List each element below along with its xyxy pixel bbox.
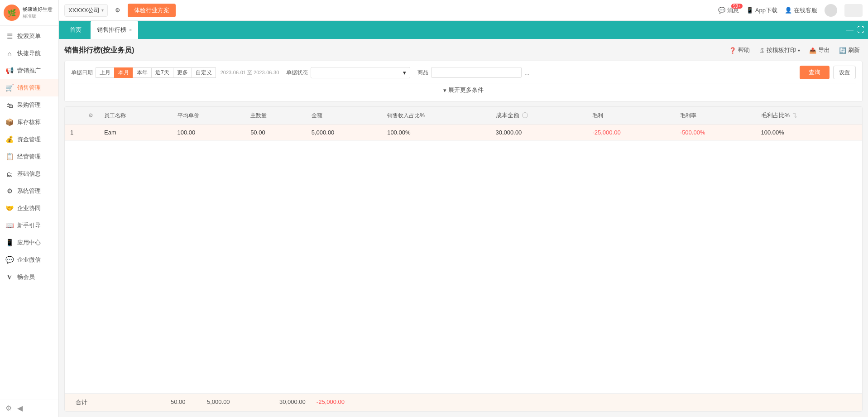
sidebar-item-search[interactable]: ☰ 搜索菜单 bbox=[0, 28, 58, 45]
sidebar-item-wechat[interactable]: 💬 企业微信 bbox=[0, 251, 58, 268]
date-btn-7days[interactable]: 近7天 bbox=[151, 67, 173, 78]
sidebar-item-system[interactable]: ⚙ 系统管理 bbox=[0, 182, 58, 200]
export-button[interactable]: 📤 导出 bbox=[806, 44, 833, 56]
tab-sales-ranking[interactable]: 销售排行榜 × bbox=[91, 21, 138, 39]
refresh-button[interactable]: 🔄 刷新 bbox=[836, 44, 863, 56]
guide-icon: 📖 bbox=[5, 221, 14, 230]
sidebar: 🌿 畅康通好生意 标准版 ☰ 搜索菜单 ⌂ 快捷导航 📢 营销推广 🛒 销售管理… bbox=[0, 0, 59, 417]
search-order-icon: ☰ bbox=[5, 32, 14, 40]
footer-total-label: 合计 bbox=[70, 398, 125, 407]
goods-label: 商品 bbox=[417, 69, 428, 77]
finance-icon: 💰 bbox=[5, 135, 14, 144]
sidebar-item-label: 畅会员 bbox=[17, 273, 35, 281]
home-icon: ⌂ bbox=[5, 50, 14, 58]
print-icon: 🖨 bbox=[759, 47, 765, 54]
sidebar-collapse-icon[interactable]: ◀ bbox=[17, 404, 23, 412]
footer-spacer1 bbox=[125, 398, 165, 407]
sidebar-item-inventory[interactable]: 📦 库存核算 bbox=[0, 114, 58, 131]
more-dots[interactable]: ... bbox=[524, 69, 529, 76]
query-button[interactable]: 查询 bbox=[800, 66, 830, 79]
date-btn-this-year[interactable]: 本年 bbox=[133, 67, 151, 78]
appcenter-icon: 📱 bbox=[5, 239, 14, 247]
th-settings[interactable]: ⚙ bbox=[83, 107, 99, 125]
tab-home[interactable]: 首页 bbox=[62, 21, 89, 39]
cell-employee: Eam bbox=[99, 125, 172, 141]
expand-label: 展开更多条件 bbox=[448, 86, 484, 94]
sidebar-item-label: 库存核算 bbox=[17, 118, 41, 126]
topbar-gear-button[interactable]: ⚙ bbox=[111, 4, 124, 17]
cell-settings bbox=[83, 125, 99, 141]
company-select[interactable]: XXXXX公司 ▾ bbox=[64, 4, 108, 17]
export-label: 导出 bbox=[818, 46, 830, 54]
tab-expand-icon[interactable]: ⛶ bbox=[857, 26, 864, 34]
sidebar-item-label: 企业微信 bbox=[17, 256, 41, 264]
message-item[interactable]: 💬 消息 99+ bbox=[718, 6, 739, 14]
settings-button[interactable]: 设置 bbox=[833, 66, 856, 79]
avatar[interactable] bbox=[825, 4, 837, 17]
sidebar-item-operation[interactable]: 📋 经营管理 bbox=[0, 148, 58, 165]
app-download-item[interactable]: 📱 App下载 bbox=[746, 6, 777, 14]
date-btn-last-month[interactable]: 上月 bbox=[96, 67, 114, 78]
sort-icon[interactable]: ⇅ bbox=[792, 112, 797, 119]
th-avg-price: 平均单价 bbox=[172, 107, 245, 125]
sidebar-item-appcenter[interactable]: 📱 应用中心 bbox=[0, 234, 58, 251]
sidebar-item-marketing[interactable]: 📢 营销推广 bbox=[0, 62, 58, 79]
status-select[interactable]: ▾ bbox=[311, 67, 410, 78]
sidebar-item-vip[interactable]: V 畅会员 bbox=[0, 268, 58, 286]
sidebar-item-label: 应用中心 bbox=[17, 239, 41, 247]
sidebar-item-label: 营销推广 bbox=[17, 67, 41, 75]
main-area: XXXXX公司 ▾ ⚙ 体验行业方案 💬 消息 99+ 📱 App下载 👤 在线… bbox=[59, 0, 868, 417]
trial-button[interactable]: 体验行业方案 bbox=[128, 4, 176, 17]
cell-qty: 50.00 bbox=[245, 125, 306, 141]
help-label: 帮助 bbox=[738, 46, 750, 54]
gear-icon: ⚙ bbox=[115, 7, 120, 14]
sidebar-item-label: 经营管理 bbox=[17, 153, 41, 161]
print-button[interactable]: 🖨 按模板打印 ▾ bbox=[756, 44, 803, 56]
sidebar-item-guide[interactable]: 📖 新手引导 bbox=[0, 217, 58, 234]
cell-profit-pct: 100.00% bbox=[756, 125, 862, 141]
date-btn-custom[interactable]: 自定义 bbox=[192, 67, 216, 78]
page-header: 销售排行榜(按业务员) ❓ 帮助 🖨 按模板打印 ▾ 📤 导出 🔄 刷新 bbox=[64, 44, 863, 56]
help-button[interactable]: ❓ 帮助 bbox=[726, 44, 753, 56]
sidebar-item-finance[interactable]: 💰 资金管理 bbox=[0, 131, 58, 148]
basic-icon: 🗂 bbox=[5, 170, 14, 178]
date-btn-this-month[interactable]: 本月 bbox=[114, 67, 133, 78]
goods-filter: 商品 ... bbox=[417, 67, 529, 78]
expand-row: ▾ 展开更多条件 bbox=[71, 83, 856, 97]
sidebar-item-label: 资金管理 bbox=[17, 135, 41, 144]
export-icon: 📤 bbox=[809, 47, 816, 54]
date-btn-more[interactable]: 更多 bbox=[173, 67, 192, 78]
sidebar-nav: ☰ 搜索菜单 ⌂ 快捷导航 📢 营销推广 🛒 销售管理 🛍 采购管理 📦 库存核… bbox=[0, 26, 58, 399]
sidebar-item-label: 销售管理 bbox=[17, 84, 41, 92]
expand-more-button[interactable]: ▾ 展开更多条件 bbox=[443, 86, 484, 94]
sidebar-item-basic[interactable]: 🗂 基础信息 bbox=[0, 165, 58, 182]
page-actions: ❓ 帮助 🖨 按模板打印 ▾ 📤 导出 🔄 刷新 bbox=[726, 44, 863, 56]
th-profit-rate: 毛利率 bbox=[675, 107, 756, 125]
sidebar-item-enterprise[interactable]: 🤝 企业协同 bbox=[0, 200, 58, 217]
online-service-item[interactable]: 👤 在线客服 bbox=[785, 6, 817, 14]
sidebar-item-label: 采购管理 bbox=[17, 101, 41, 109]
print-label: 按模板打印 bbox=[767, 46, 796, 54]
sales-icon: 🛒 bbox=[5, 84, 14, 92]
tab-close-icon[interactable]: × bbox=[129, 27, 132, 33]
tab-home-label: 首页 bbox=[70, 26, 82, 34]
sidebar-settings-icon[interactable]: ⚙ bbox=[5, 404, 12, 412]
th-profit-pct: 毛利占比% ⇅ bbox=[756, 107, 862, 125]
th-rank bbox=[65, 107, 83, 125]
logo-badge: 标准版 bbox=[23, 13, 53, 19]
sidebar-item-label: 搜索菜单 bbox=[17, 32, 41, 40]
sidebar-item-quicknav[interactable]: ⌂ 快捷导航 bbox=[0, 45, 58, 62]
sidebar-item-sales[interactable]: 🛒 销售管理 bbox=[0, 79, 58, 96]
help-icon: ❓ bbox=[729, 47, 736, 54]
goods-input[interactable] bbox=[431, 67, 522, 78]
print-chevron-icon: ▾ bbox=[798, 48, 800, 53]
tab-minimize-icon[interactable]: — bbox=[846, 26, 854, 34]
cell-rank: 1 bbox=[65, 125, 83, 141]
footer-sales-pct bbox=[238, 398, 274, 407]
sidebar-item-purchase[interactable]: 🛍 采购管理 bbox=[0, 96, 58, 114]
table-container: ⚙ 员工名称 平均单价 主数量 全额 销售收入占比% 成本全额 ⓘ 毛利 毛利率 bbox=[64, 106, 863, 412]
table-footer: 合计 50.00 5,000.00 30,000.00 -25,000.00 bbox=[65, 393, 862, 411]
th-profit: 毛利 bbox=[587, 107, 674, 125]
th-cost-label: 成本全额 bbox=[496, 112, 519, 119]
sales-ranking-table: ⚙ 员工名称 平均单价 主数量 全额 销售收入占比% 成本全额 ⓘ 毛利 毛利率 bbox=[65, 107, 862, 141]
